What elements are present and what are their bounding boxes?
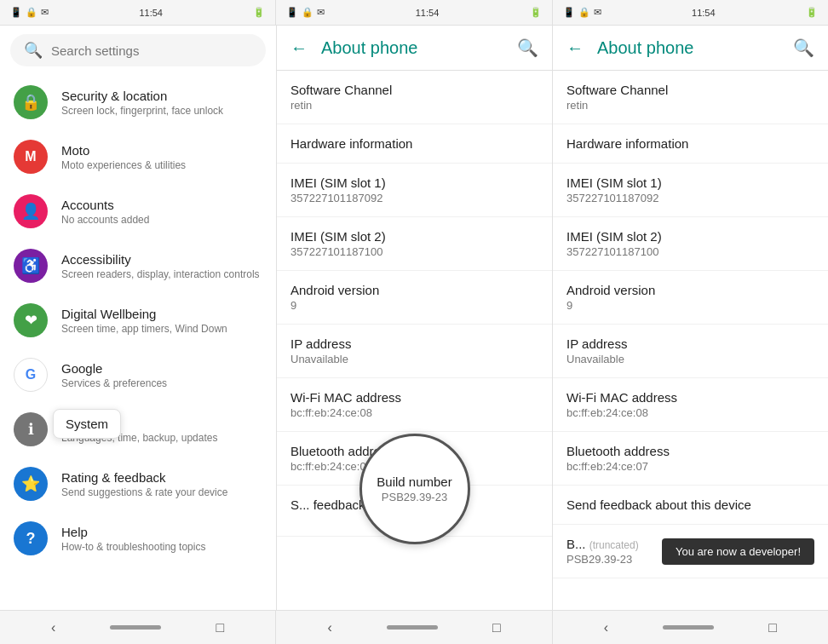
back-button-middle[interactable]: ← <box>290 38 308 58</box>
info-android-title-right: Android version <box>566 283 814 297</box>
moto-text: Moto Moto experiences & utilities <box>61 143 262 171</box>
info-wifi-title-right: Wi-Fi MAC address <box>566 390 814 405</box>
battery-icon-1: 🔋 <box>253 7 265 18</box>
recents-nav-1[interactable]: □ <box>203 617 239 639</box>
info-ip-title-right: IP address <box>566 336 814 351</box>
info-ip-title-mid: IP address <box>290 336 538 351</box>
recents-nav-2[interactable]: □ <box>479 617 515 639</box>
search-button-middle[interactable]: 🔍 <box>517 37 538 58</box>
msg-icon-1: ✉ <box>41 7 49 18</box>
info-imei1-mid[interactable]: IMEI (SIM slot 1) 357227101187092 <box>277 164 552 217</box>
sidebar-item-digital-wellbeing[interactable]: ❤ Digital Wellbeing Screen time, app tim… <box>0 293 276 348</box>
info-software-channel-value-mid: retin <box>290 99 538 112</box>
info-list-middle: Software Channel retin Hardware informat… <box>277 71 552 610</box>
accessibility-title: Accessibility <box>61 252 262 267</box>
google-title: Google <box>61 361 262 376</box>
bottom-nav-segment-2: ‹ □ <box>276 611 552 644</box>
sidebar-item-rating[interactable]: ⭐ Rating & feedback Send suggestions & r… <box>0 457 276 511</box>
developer-toast: You are now a developer! <box>662 538 814 565</box>
info-bt-title-right: Bluetooth address <box>566 444 814 458</box>
settings-panel: 🔍 🔒 Security & location Screen lock, fin… <box>0 26 277 610</box>
about-title-middle: About phone <box>321 38 503 58</box>
security-title: Security & location <box>61 89 262 103</box>
info-android-mid[interactable]: Android version 9 <box>277 271 552 325</box>
build-circle[interactable]: Build number PSB29.39-23 <box>359 434 470 544</box>
bottom-nav-segment-1: ‹ □ <box>0 611 276 644</box>
rating-text: Rating & feedback Send suggestions & rat… <box>61 470 262 498</box>
info-build-right[interactable]: B... (truncated) PSB29.39-23 You are now… <box>553 525 828 578</box>
info-hardware-right[interactable]: Hardware information <box>553 124 828 164</box>
info-imei1-title-right: IMEI (SIM slot 1) <box>566 175 814 190</box>
status-segment-1: 📱 🔒 ✉ 11:54 🔋 <box>0 0 276 25</box>
info-android-title-mid: Android version <box>290 283 538 297</box>
sidebar-item-security[interactable]: 🔒 Security & location Screen lock, finge… <box>0 75 276 129</box>
digital-wellbeing-subtitle: Screen time, app timers, Wind Down <box>61 323 262 335</box>
build-title-right: B... (truncated) <box>566 537 639 551</box>
status-segment-3: 📱 🔒 ✉ 11:54 🔋 <box>553 0 828 25</box>
security-subtitle: Screen lock, fingerprint, face unlock <box>61 105 262 117</box>
accessibility-text: Accessibility Screen readers, display, i… <box>61 252 262 280</box>
back-nav-2[interactable]: ‹ <box>313 617 345 639</box>
accessibility-subtitle: Screen readers, display, interaction con… <box>61 268 262 280</box>
sidebar-item-accessibility[interactable]: ♿ Accessibility Screen readers, display,… <box>0 239 276 293</box>
back-button-right[interactable]: ← <box>566 38 584 58</box>
info-imei1-value-right: 357227101187092 <box>566 192 814 204</box>
rating-title: Rating & feedback <box>61 470 262 485</box>
info-software-channel-mid[interactable]: Software Channel retin <box>277 71 552 124</box>
sidebar-item-moto[interactable]: M Moto Moto experiences & utilities <box>0 129 276 184</box>
info-imei2-title-mid: IMEI (SIM slot 2) <box>290 229 538 244</box>
about-title-right: About phone <box>597 38 779 58</box>
google-text: Google Services & preferences <box>61 361 262 389</box>
sidebar-item-help[interactable]: ? Help How-to & troubleshooting topics <box>0 511 276 566</box>
phone-icon-3: 📱 <box>563 7 575 18</box>
home-pill-3[interactable] <box>663 625 714 630</box>
status-bar: 📱 🔒 ✉ 11:54 🔋 📱 🔒 ✉ 11:54 🔋 📱 🔒 ✉ 11:54 … <box>0 0 828 26</box>
info-send-feedback-title-right: Send feedback about this device <box>566 497 751 512</box>
bottom-nav-segment-3: ‹ □ <box>553 611 828 644</box>
info-send-feedback-right[interactable]: Send feedback about this device <box>553 486 828 525</box>
main-layout: 🔍 🔒 Security & location Screen lock, fin… <box>0 26 828 610</box>
info-imei2-right[interactable]: IMEI (SIM slot 2) 357227101187100 <box>553 217 828 271</box>
accounts-subtitle: No accounts added <box>61 214 262 226</box>
home-pill-1[interactable] <box>110 625 161 630</box>
info-hardware-mid[interactable]: Hardware information <box>277 124 552 164</box>
google-icon: G <box>14 358 48 392</box>
sidebar-item-accounts[interactable]: 👤 Accounts No accounts added <box>0 184 276 239</box>
moto-subtitle: Moto experiences & utilities <box>61 159 262 171</box>
search-bar[interactable]: 🔍 <box>10 34 266 66</box>
accounts-title: Accounts <box>61 198 262 212</box>
info-android-right[interactable]: Android version 9 <box>553 271 828 325</box>
back-nav-3[interactable]: ‹ <box>590 617 622 639</box>
info-software-channel-right[interactable]: Software Channel retin <box>553 71 828 124</box>
info-imei1-right[interactable]: IMEI (SIM slot 1) 357227101187092 <box>553 164 828 217</box>
info-ip-value-mid: Unavailable <box>290 353 538 365</box>
info-send-feedback-mid[interactable]: S... feedback about this device Build nu… <box>277 486 552 537</box>
lock-icon-3: 🔒 <box>578 7 590 18</box>
info-wifi-mid[interactable]: Wi-Fi MAC address bc:ff:eb:24:ce:08 <box>277 378 552 432</box>
info-bt-value-right: bc:ff:eb:24:ce:07 <box>566 460 814 473</box>
digital-wellbeing-text: Digital Wellbeing Screen time, app timer… <box>61 307 262 335</box>
back-nav-1[interactable]: ‹ <box>37 617 69 639</box>
info-imei2-value-right: 357227101187100 <box>566 245 814 258</box>
info-bt-right[interactable]: Bluetooth address bc:ff:eb:24:ce:07 <box>553 432 828 486</box>
info-wifi-value-right: bc:ff:eb:24:ce:08 <box>566 406 814 419</box>
rating-icon: ⭐ <box>14 467 48 501</box>
sidebar-item-google[interactable]: G Google Services & preferences <box>0 348 276 402</box>
search-button-right[interactable]: 🔍 <box>793 37 814 58</box>
info-list-right: Software Channel retin Hardware informat… <box>553 71 828 610</box>
info-ip-mid[interactable]: IP address Unavailable <box>277 325 552 378</box>
info-imei2-mid[interactable]: IMEI (SIM slot 2) 357227101187100 <box>277 217 552 271</box>
info-ip-right[interactable]: IP address Unavailable <box>553 325 828 378</box>
help-text: Help How-to & troubleshooting topics <box>61 525 262 553</box>
battery-icon-3: 🔋 <box>806 7 818 18</box>
home-pill-2[interactable] <box>387 625 438 630</box>
sidebar-item-system[interactable]: ℹ System Languages, time, backup, update… <box>0 402 276 457</box>
info-imei2-value-mid: 357227101187100 <box>290 245 538 258</box>
info-ip-value-right: Unavailable <box>566 353 814 365</box>
system-icon: ℹ <box>14 412 48 446</box>
recents-nav-3[interactable]: □ <box>755 617 791 639</box>
search-input[interactable] <box>51 43 252 58</box>
info-wifi-right[interactable]: Wi-Fi MAC address bc:ff:eb:24:ce:08 <box>553 378 828 432</box>
status-icons-left-2: 📱 🔒 ✉ <box>286 7 325 18</box>
about-header-right: ← About phone 🔍 <box>553 26 828 71</box>
